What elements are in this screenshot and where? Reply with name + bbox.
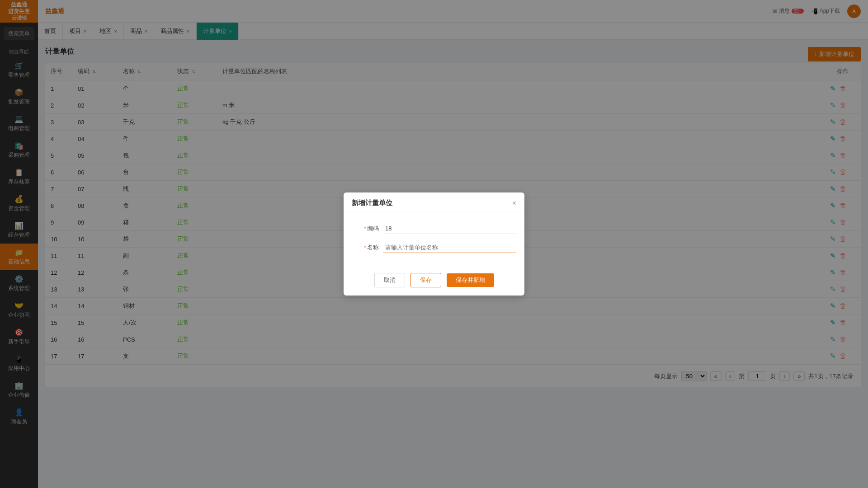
modal-body: *编码 *名称 [344,212,524,268]
modal-close-button[interactable]: × [512,199,516,207]
cancel-button[interactable]: 取消 [374,273,405,287]
save-and-new-button[interactable]: 保存并新增 [447,273,494,287]
name-input[interactable] [383,242,516,253]
name-form-row: *名称 [352,242,516,253]
code-form-row: *编码 [352,223,516,234]
save-button[interactable]: 保存 [410,273,441,287]
name-label: *名称 [352,244,379,252]
modal-title: 新增计量单位 [352,199,392,207]
name-required-mark: * [364,244,366,251]
code-label: *编码 [352,225,379,233]
modal-footer: 取消 保存 保存并新增 [344,268,524,296]
code-required-mark: * [364,225,366,232]
modal-header: 新增计量单位 × [344,192,524,212]
add-unit-modal: 新增计量单位 × *编码 *名称 取消 保存 保存并新增 [344,192,524,296]
modal-overlay: 新增计量单位 × *编码 *名称 取消 保存 保存并新增 [0,0,868,488]
code-input[interactable] [383,223,516,234]
